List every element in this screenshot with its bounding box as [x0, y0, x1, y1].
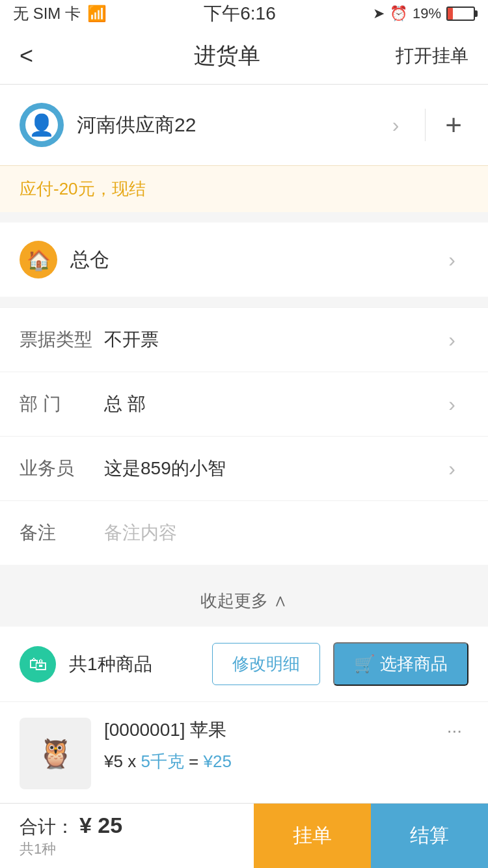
price-unit: ¥5 — [104, 752, 123, 771]
invoice-chevron-icon: › — [448, 328, 455, 352]
price-total: ¥25 — [204, 752, 232, 771]
invoice-value: 不开票 — [104, 327, 448, 352]
supplier-chevron-icon: › — [392, 113, 400, 137]
page-title: 进货单 — [194, 41, 260, 71]
products-header: 🛍 共1种商品 修改明细 🛒 选择商品 — [0, 627, 488, 702]
warehouse-name: 总仓 — [70, 247, 448, 273]
footer: 合计： ¥ 25 共1种 挂单 结算 — [0, 803, 488, 868]
battery-icon — [446, 7, 475, 21]
avatar: 👤 — [20, 103, 64, 147]
product-code: [0000001] — [104, 720, 185, 740]
price-multiply-symbol: x — [128, 752, 136, 771]
person-icon: 👤 — [29, 113, 55, 137]
pending-button[interactable]: 挂单 — [254, 804, 371, 869]
product-bag-icon: 🛍 — [20, 646, 56, 683]
open-pending-button[interactable]: 打开挂单 — [396, 44, 468, 68]
product-info: [0000001] 苹果 ¥5 x 5千克 = ¥25 — [104, 718, 427, 773]
collapse-bar[interactable]: 收起更多 ∧ — [0, 575, 488, 627]
product-name: [0000001] 苹果 — [104, 718, 427, 742]
settle-button[interactable]: 结算 — [371, 804, 488, 869]
supplier-section: 👤 河南供应商22 › + 应付-20元，现结 — [0, 85, 488, 212]
form-row-remark[interactable]: 备注 备注内容 — [0, 500, 488, 565]
status-right: ➤ ⏰ 19% — [373, 5, 475, 22]
add-button[interactable]: + — [439, 109, 468, 141]
back-button[interactable]: < — [20, 42, 59, 70]
salesperson-chevron-icon: › — [448, 457, 455, 481]
product-title: 苹果 — [190, 720, 226, 740]
warehouse-section: 🏠 总仓 › — [0, 223, 488, 297]
supplier-left: 👤 河南供应商22 — [20, 103, 392, 147]
form-row-department[interactable]: 部 门 总 部 › — [0, 372, 488, 436]
nav-bar: < 进货单 打开挂单 — [0, 27, 488, 85]
warehouse-chevron-icon: › — [448, 248, 455, 272]
product-item: 🦉 [0000001] 苹果 ¥5 x 5千克 = ¥25 ··· — [0, 702, 488, 805]
footer-total-row: 合计： ¥ 25 — [20, 813, 234, 839]
product-thumbnail: 🦉 — [20, 718, 91, 789]
status-time: 下午6:16 — [204, 1, 276, 26]
avatar-inner: 👤 — [25, 109, 58, 141]
alarm-icon: ⏰ — [390, 5, 407, 22]
price-quantity: 5千克 — [141, 752, 183, 771]
vertical-divider — [425, 109, 426, 141]
supplier-name: 河南供应商22 — [77, 112, 196, 139]
department-chevron-icon: › — [448, 392, 455, 416]
remark-placeholder: 备注内容 — [104, 521, 468, 545]
wifi-icon: 📶 — [87, 5, 107, 23]
house-icon: 🏠 — [27, 249, 51, 271]
edit-detail-button[interactable]: 修改明细 — [212, 643, 320, 685]
total-amount: ¥ 25 — [79, 813, 122, 838]
remark-label: 备注 — [20, 521, 104, 545]
select-product-label: 选择商品 — [380, 653, 448, 675]
select-product-button[interactable]: 🛒 选择商品 — [333, 642, 468, 686]
total-label: 合计： — [20, 815, 74, 839]
supplier-row[interactable]: 👤 河南供应商22 › + — [0, 85, 488, 165]
salesperson-value: 这是859的小智 — [104, 456, 448, 481]
cart-icon: 🛒 — [354, 654, 375, 674]
warehouse-icon: 🏠 — [20, 241, 57, 278]
product-more-button[interactable]: ··· — [441, 718, 468, 744]
form-row-salesperson[interactable]: 业务员 这是859的小智 › — [0, 436, 488, 500]
bag-icon: 🛍 — [29, 653, 47, 675]
product-price: ¥5 x 5千克 = ¥25 — [104, 750, 427, 773]
carrier-label: 无 SIM 卡 — [13, 3, 81, 24]
salesperson-label: 业务员 — [20, 456, 104, 481]
notice-bar: 应付-20元，现结 — [0, 165, 488, 212]
battery-percent: 19% — [413, 5, 441, 22]
products-section: 🛍 共1种商品 修改明细 🛒 选择商品 🦉 [0000001] 苹果 ¥5 x … — [0, 627, 488, 805]
footer-sub-count: 共1种 — [20, 839, 234, 859]
form-row-invoice[interactable]: 票据类型 不开票 › — [0, 307, 488, 372]
invoice-label: 票据类型 — [20, 327, 104, 352]
product-thumb-icon: 🦉 — [38, 737, 74, 770]
department-label: 部 门 — [20, 392, 104, 416]
footer-total: 合计： ¥ 25 共1种 — [0, 813, 254, 859]
product-count: 共1种商品 — [69, 652, 199, 677]
location-icon: ➤ — [373, 5, 385, 22]
form-section: 票据类型 不开票 › 部 门 总 部 › 业务员 这是859的小智 › 备注 备… — [0, 307, 488, 565]
status-left: 无 SIM 卡 📶 — [13, 3, 107, 24]
warehouse-row[interactable]: 🏠 总仓 › — [0, 223, 488, 297]
status-bar: 无 SIM 卡 📶 下午6:16 ➤ ⏰ 19% — [0, 0, 488, 27]
department-value: 总 部 — [104, 392, 448, 416]
price-equals: = — [189, 752, 203, 771]
